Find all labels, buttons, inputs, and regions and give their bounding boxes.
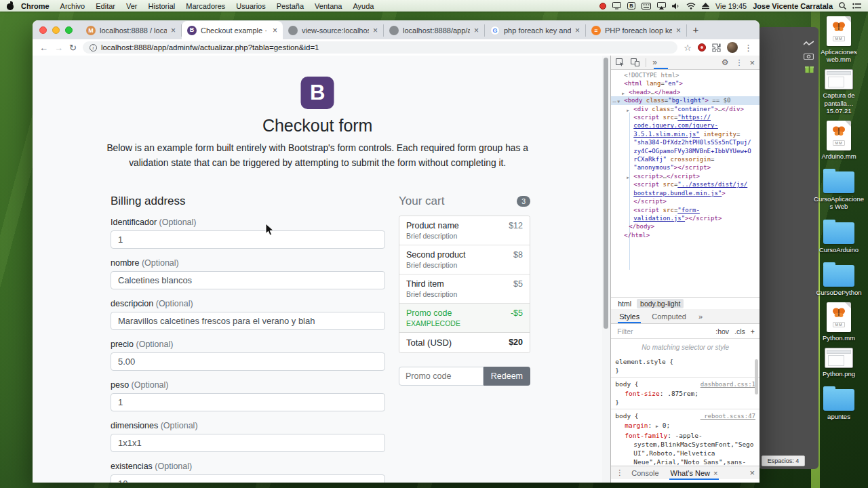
menu-usuarios[interactable]: Usuarios [236, 2, 265, 10]
site-info-icon[interactable]: i [90, 44, 97, 52]
dom-tree-line[interactable]: <!DOCTYPE html> [611, 71, 760, 79]
devtools-close-icon[interactable]: × [749, 58, 755, 68]
zoom-window-button[interactable] [65, 26, 73, 34]
bookmark-star-icon[interactable]: ☆ [684, 43, 692, 52]
devtools-settings-icon[interactable]: ⚙ [722, 58, 729, 67]
dom-tree-line[interactable]: <html lang="en"> [611, 79, 760, 87]
profile-avatar[interactable] [727, 42, 738, 53]
url-text[interactable]: localhost:8888/app/adminfw/actualizar.ph… [101, 43, 319, 52]
devtools-menu-icon[interactable]: ⋮ [735, 58, 743, 67]
menu-pestaña[interactable]: Pestaña [277, 2, 304, 10]
menubar-user[interactable]: Jose Vicente Carratala [753, 2, 833, 10]
menu-chrome[interactable]: Chrome [21, 2, 50, 10]
browser-tab[interactable]: BCheckout example · Bootstrap× [182, 21, 283, 39]
dom-tree-line[interactable]: code.jquery.com/jquery- [611, 121, 760, 129]
browser-tab[interactable]: localhost:8888/app/admin/ind× [384, 24, 485, 37]
field-input-dimensiones[interactable] [111, 434, 385, 452]
field-input-descripcion[interactable] [111, 312, 385, 330]
breadcrumb-item[interactable]: html [614, 299, 635, 308]
drawer-close-icon[interactable]: × [749, 468, 755, 478]
tab-close-icon[interactable]: × [171, 26, 176, 35]
eject-icon[interactable] [702, 3, 709, 9]
menu-editar[interactable]: Editar [96, 2, 115, 10]
extensions-puzzle-icon[interactable] [712, 43, 721, 52]
tab-close-icon[interactable]: × [575, 26, 580, 35]
dom-tree-line[interactable]: zy4C+OGpamoFVy38MVBnE+IbbVYUew+O [611, 147, 760, 155]
adblock-extension-icon[interactable] [698, 43, 706, 52]
dom-tree-line[interactable]: ▶<head>…</head> [611, 88, 760, 96]
desktop-icon-apuntes[interactable]: apuntes [812, 384, 865, 420]
redeem-button[interactable]: Redeem [484, 367, 530, 386]
scrollbar-thumb[interactable] [604, 58, 608, 329]
dom-tree-line[interactable]: "sha384-DfXdz2htPH0lsSSs5nCTpuj/ [611, 138, 760, 146]
styles-tab-computed[interactable]: Computed [646, 310, 692, 323]
new-style-rule-button[interactable]: + [751, 327, 755, 336]
browser-tab[interactable]: view-source:localhost:8888/a× [283, 24, 384, 37]
forward-button[interactable]: → [54, 43, 63, 52]
browser-tab[interactable]: Gphp foreach key and value - Bu× [485, 24, 586, 37]
close-window-button[interactable] [39, 26, 47, 34]
tab-close-icon[interactable]: × [373, 26, 378, 35]
drawer-tab-close-icon[interactable]: × [713, 469, 717, 477]
dom-tree-line[interactable]: validation.js"></script> [611, 214, 760, 222]
desktop-icon-python-mm[interactable]: MMPython.mm [812, 302, 865, 342]
menu-ayuda[interactable]: Ayuda [353, 2, 374, 10]
back-button[interactable]: ← [39, 43, 48, 52]
styles-tab-styles[interactable]: Styles [613, 310, 646, 323]
promo-code-input[interactable] [399, 367, 484, 386]
dom-tree-line[interactable]: </body> [611, 222, 760, 230]
desktop-icon-python-png[interactable]: Python.png [812, 348, 865, 378]
drawer-tab-what-s-new[interactable]: What's New× [667, 468, 722, 479]
record-icon[interactable] [599, 3, 606, 9]
dom-tree-line[interactable]: <script src="https:// [611, 113, 760, 121]
menu-archivo[interactable]: Archivo [60, 2, 85, 10]
desktop-icon-cursoaplicaciones-web[interactable]: CursoAplicaciones Web [812, 166, 865, 210]
dom-tree-line[interactable]: "anonymous"></script> [611, 163, 760, 171]
new-tab-button[interactable]: + [687, 24, 705, 35]
drawer-menu-icon[interactable]: ⋮ [616, 468, 623, 477]
dom-tree-line[interactable]: bootstrap.bundle.min.js"> [611, 189, 760, 197]
menu-marcadores[interactable]: Marcadores [186, 2, 225, 10]
bootcamp-icon[interactable]: B [627, 2, 635, 9]
browser-tab[interactable]: ≡PHP foreach loop key value - S× [586, 24, 687, 37]
menubar-clock[interactable]: Vie 19:45 [715, 2, 747, 10]
hover-state-toggle[interactable]: :hov [715, 327, 729, 336]
device-toolbar-icon[interactable] [631, 58, 639, 66]
more-panels-icon[interactable]: » [652, 58, 657, 67]
address-bar[interactable]: i localhost:8888/app/adminfw/actualizar.… [83, 41, 677, 54]
reload-button[interactable]: ↻ [69, 43, 77, 52]
desktop-icon-aplicaciones-web-mm[interactable]: MMAplicaciones web.mm [812, 16, 865, 63]
desktop-icon-arduino-mm[interactable]: MMArduino.mm [812, 121, 865, 160]
breadcrumb-item[interactable]: body.bg-light [637, 299, 684, 308]
dom-tree-line[interactable]: 3.5.1.slim.min.js" integrity= [611, 130, 760, 138]
spotlight-search-icon[interactable] [839, 2, 846, 9]
dom-tree-line[interactable]: </script> [611, 197, 760, 205]
field-input-Identificador[interactable] [111, 230, 385, 249]
class-toggle[interactable]: .cls [734, 327, 745, 336]
dom-tree-line[interactable]: </html> [611, 231, 760, 239]
browser-menu-icon[interactable]: ⋮ [744, 43, 753, 52]
display-icon[interactable] [612, 2, 621, 9]
airplay-icon[interactable] [657, 2, 666, 9]
styles-scrollbar-thumb[interactable] [755, 359, 758, 394]
page-scrollbar[interactable] [602, 56, 610, 483]
apple-menu-icon[interactable] [7, 2, 14, 10]
dom-tree-line[interactable]: ▶<div class="container">…</div> [611, 105, 760, 113]
tab-close-icon[interactable]: × [474, 26, 479, 35]
field-input-existencias[interactable] [111, 474, 385, 483]
desktop-icon-cursodepython[interactable]: CursoDePython [812, 260, 865, 296]
keyboard-icon[interactable] [642, 3, 651, 9]
stylesheet-link[interactable]: _reboot.scss:47 [701, 412, 755, 421]
dom-tree-line[interactable]: <script src="../assets/dist/js/ [611, 180, 760, 188]
field-input-precio[interactable] [111, 352, 385, 371]
field-input-nombre[interactable] [111, 271, 385, 289]
desktop-icon-cursoarduino[interactable]: CursoArduino [812, 217, 865, 253]
menu-ventana[interactable]: Ventana [315, 2, 342, 10]
browser-tab[interactable]: Mlocalhost:8888 / localhost / cu× [81, 24, 182, 37]
dom-tree-line[interactable]: …▼<body class="bg-light"> == $0 [611, 96, 760, 104]
dom-tree-line[interactable]: ▶<script>…</script> [611, 172, 760, 180]
menu-ver[interactable]: Ver [126, 2, 138, 10]
notification-center-icon[interactable] [852, 3, 861, 9]
desktop-icon-captura-de-pantalla-15-07-21[interactable]: Captura de pantalla…15.07.21 [812, 69, 865, 115]
tab-close-icon[interactable]: × [273, 26, 277, 35]
